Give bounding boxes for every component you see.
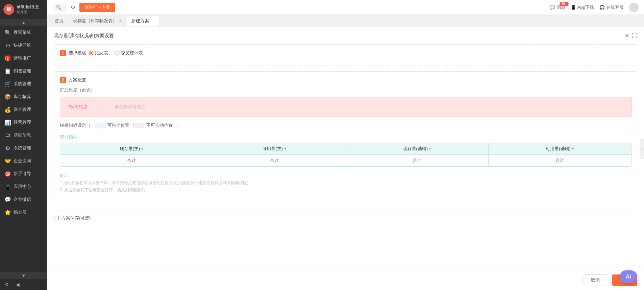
summary-dimension-label: 汇总维度（必选） [60,87,631,93]
tab-inventory-status[interactable]: 现存量（库存状况表） ✕ [68,16,127,26]
tab-new-scheme-close-icon[interactable]: ✕ [151,19,154,23]
sidebar-item-label: 企业微信 [14,196,31,202]
stats-col-2[interactable]: 可用量(主) ▾ [203,143,346,154]
tabs-bar: 首页 现存量（库存状况表） ✕ 新建方案 ✕ [47,15,644,27]
app-download[interactable]: 📱 App下载 [571,4,594,10]
sidebar-item-quick-nav[interactable]: ⊙ 快捷导航 [0,39,47,52]
messages-badge-area[interactable]: 💬 消息 99+ [550,4,565,10]
sidebar-item-label: 采购管理 [14,81,31,87]
tab-home[interactable]: 首页 [50,16,68,26]
stats-col-4[interactable]: 可用量(基辅) ▾ [489,143,631,154]
phone-icon: 📱 [571,5,576,10]
search-icon: 🔍 [56,5,61,10]
expand-window-button[interactable]: ⛶ [632,32,637,39]
draggable-indicator: 可拖动位置 [95,122,129,128]
sidebar-menu: 🔍 搜索菜单 ⊙ 快捷导航 🎁 营销推广 📋 销售管理 🛒 采购管理 📦 库存核… [0,26,47,272]
sidebar-item-label: 销售管理 [14,68,31,74]
section1-label: 选择模板 [69,50,86,56]
app-name: 畅康通好生意 [17,4,39,9]
topbar-search[interactable]: 🔍 [53,4,67,11]
sidebar-item-label: 资金管理 [14,106,31,113]
app-logo: 畅 畅康通好生意 标准版 [0,0,47,19]
purchase-icon: 🛒 [5,81,11,87]
settings-gear-icon[interactable]: ⚙ [71,4,75,10]
trial-button[interactable]: 体验行业方案 [79,3,115,12]
draggable-label: 可拖动位置 [107,122,129,128]
basic-info-icon: 🗂 [5,132,11,138]
tab-home-label: 首页 [55,18,64,24]
sidebar-item-marketing[interactable]: 🎁 营销推广 [0,52,47,65]
sidebar-scroll-up[interactable]: ▲ [0,19,47,26]
stats-table-header: 现存量(主) ▾ 可用量(主) ▾ 现存量(基辅) ▾ [60,143,631,154]
operations-icon: 📊 [5,119,11,125]
not-draggable-label: 不可拖动位置 [146,122,173,128]
sidebar-item-member[interactable]: ⭐ 畅会员 [0,206,47,219]
sidebar-item-enterprise[interactable]: 🤝 企业协同 [0,154,47,167]
radio-summary-dot [89,51,94,55]
sidebar-item-label: 新手引导 [14,171,31,177]
sidebar-item-finance[interactable]: 💰 资金管理 [0,103,47,116]
col3-label: 现存量(基辅) [403,146,428,152]
sidebar: 畅 畅康通好生意 标准版 ▲ 🔍 搜索菜单 ⊙ 快捷导航 🎁 营销推广 📋 销售… [0,0,47,290]
sidebar-item-label: 畅会员 [14,209,27,215]
sidebar-item-operations[interactable]: 📊 经营管理 [0,116,47,129]
ai-label: Ai [626,274,631,280]
sidebar-item-search-menu[interactable]: 🔍 搜索菜单 [0,26,47,39]
col1-label: 现存量(主) [120,146,140,152]
messages-count: 99+ [560,2,569,6]
section1-number: 1 [60,50,66,56]
cancel-button[interactable]: 取消 [583,274,608,286]
right-edge-handle[interactable]: ▷ [640,139,644,159]
close-window-button[interactable]: ✕ [625,32,629,39]
sidebar-item-purchase[interactable]: 🛒 采购管理 [0,77,47,90]
radio-cross-table[interactable]: 交叉统计表 [115,50,143,56]
radio-cross-label: 交叉统计表 [121,50,143,56]
sidebar-scroll-down[interactable]: ▼ [0,272,47,279]
radio-summary-table[interactable]: 汇总表 [89,50,108,56]
online-service[interactable]: 🎧 在线客服 [599,4,624,10]
save-label: 方案保存(可选) [61,215,91,221]
stats-label: 统计指标 [60,134,631,140]
sidebar-item-label: 快捷导航 [14,42,31,48]
finance-icon: 💰 [5,106,11,113]
tab-new-scheme[interactable]: 新建方案 ✕ [127,16,159,26]
stats-section: 统计指标 现存量(主) ▾ 可用量(主) ▾ [60,134,631,167]
sidebar-item-sales[interactable]: 📋 销售管理 [0,65,47,77]
stats-cell-3: 合计 [346,155,489,166]
sidebar-item-wechat[interactable]: 💬 企业微信 [0,193,47,206]
col4-chevron-icon: ▾ [572,147,574,151]
template-indicators-suffix: ） [177,122,181,128]
sidebar-item-app-center[interactable]: 📱 应用中心 [0,180,47,193]
message-icon: 💬 [550,5,555,10]
sidebar-item-basic-info[interactable]: 🗂 基础信息 [0,129,47,142]
ai-fab-button[interactable]: Ai [620,270,637,283]
settings-icon[interactable]: ⚙ [5,282,9,287]
sidebar-bottom: ⚙ ◀ [0,279,47,290]
stats-cell-1: 合计 [60,155,203,166]
tips-section: 提示： 1.拖动标题栏可以调整布局，不可跨维度或指标区域拖动栏目字段(只能在同一… [60,172,631,194]
sidebar-item-system[interactable]: ⚙ 系统管理 [0,142,47,154]
enterprise-icon: 🤝 [5,158,11,164]
user-avatar[interactable] [629,3,639,12]
save-row: 方案保存(可选) [54,211,637,225]
save-checkbox[interactable] [54,216,59,220]
collapse-icon[interactable]: ◀ [16,282,20,287]
template-indicators-prefix: 模板指标设定（ [60,122,91,128]
col2-chevron-icon: ▾ [284,147,286,151]
dimension-box[interactable]: *纵向维度 —— 请选择分组维度 [60,97,631,117]
tab-inventory-close-icon[interactable]: ✕ [119,19,122,23]
col2-label: 可用量(主) [262,146,283,152]
radio-cross-dot [115,51,120,55]
sidebar-item-inventory[interactable]: 📦 库存核算 [0,90,47,103]
member-icon: ⭐ [5,209,11,215]
dimension-placeholder: 请选择分组维度 [115,104,145,110]
sidebar-item-label: 基础信息 [14,132,31,138]
sidebar-item-label: 经营管理 [14,119,31,125]
stats-col-3[interactable]: 现存量(基辅) ▾ [346,143,489,154]
stats-col-1[interactable]: 现存量(主) ▾ [60,143,203,154]
marketing-icon: 🎁 [5,55,11,61]
dimension-arrow: —— [96,104,106,110]
sidebar-item-new-guide[interactable]: 🎯 新手引导 [0,167,47,180]
sidebar-item-label: 营销推广 [14,55,31,61]
section-scheme-config: 2 方案配置 汇总维度（必选） *纵向维度 —— 请选择分组维度 模板指标设定（ [54,71,637,205]
